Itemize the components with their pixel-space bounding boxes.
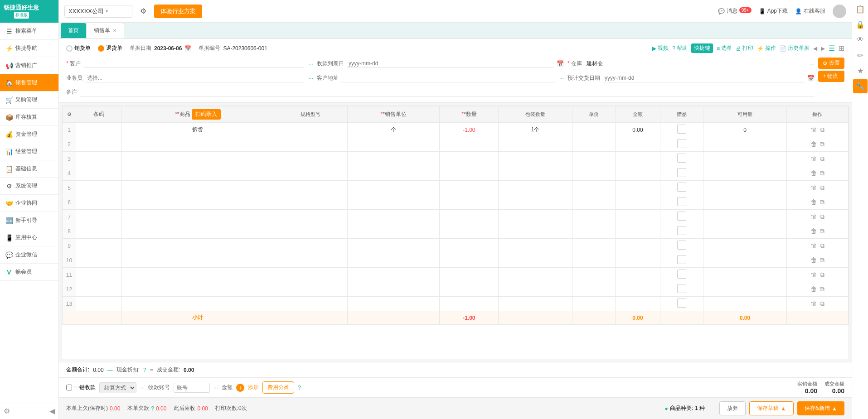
cell-gift[interactable] [660, 253, 703, 268]
cell-amount[interactable] [615, 210, 660, 224]
list-view-icon[interactable]: ☰ [829, 44, 835, 53]
sidebar-item-appcenter[interactable]: 📱 应用中心 [0, 229, 58, 246]
salesperson-dots[interactable]: ··· [309, 75, 313, 82]
delete-row-btn[interactable]: 🗑 [810, 140, 818, 149]
cell-spec[interactable] [274, 137, 347, 152]
calendar-icon[interactable]: 📅 [184, 45, 191, 52]
cell-price[interactable] [572, 239, 615, 253]
cell-unit[interactable] [348, 181, 440, 195]
cell-price[interactable] [572, 210, 615, 224]
cell-price[interactable] [572, 268, 615, 282]
delete-row-btn[interactable]: 🗑 [810, 212, 818, 221]
cell-spec[interactable] [274, 210, 347, 224]
cell-price[interactable] [572, 253, 615, 268]
tab-home[interactable]: 首页 [61, 23, 86, 38]
cell-gift[interactable] [660, 297, 703, 311]
cell-pkgqty[interactable] [499, 137, 572, 152]
cell-qty[interactable] [440, 152, 499, 166]
sidebar-item-sales[interactable]: 🏠 销售管理 [0, 74, 58, 92]
copy-row-btn[interactable]: ⧉ [819, 241, 825, 250]
cell-gift[interactable] [660, 239, 703, 253]
radio-sales[interactable]: 销货单 [66, 44, 91, 52]
cell-barcode[interactable] [76, 181, 122, 195]
sidebar-item-operations[interactable]: 📊 经营管理 [0, 143, 58, 160]
cell-unit[interactable] [348, 195, 440, 210]
cell-product[interactable] [122, 268, 274, 282]
delete-row-btn[interactable]: 🗑 [810, 125, 818, 134]
cell-barcode[interactable] [76, 268, 122, 282]
copy-row-btn[interactable]: ⧉ [819, 255, 825, 265]
cell-product[interactable] [122, 152, 274, 166]
cell-barcode[interactable] [76, 152, 122, 166]
delete-row-btn[interactable]: 🗑 [810, 255, 818, 265]
customer-dots[interactable]: ··· [309, 61, 313, 67]
sidebar-item-wechat[interactable]: 💬 企业微信 [0, 246, 58, 264]
prev-icon[interactable]: ◀ [813, 45, 817, 52]
cell-price[interactable] [572, 181, 615, 195]
cell-gift[interactable] [660, 123, 703, 137]
cell-qty[interactable] [440, 297, 499, 311]
delete-row-btn[interactable]: 🗑 [810, 226, 818, 236]
right-icon-eye[interactable]: 👁 [853, 33, 868, 47]
cell-gift[interactable] [660, 224, 703, 239]
col-settings[interactable]: ⚙ [63, 106, 76, 123]
warehouse-dots[interactable]: ··· [810, 61, 815, 67]
cell-price[interactable] [572, 297, 615, 311]
history-btn[interactable]: 📄 历史单据 [780, 44, 810, 52]
copy-row-btn[interactable]: ⧉ [819, 270, 825, 279]
cell-pkgqty[interactable] [499, 253, 572, 268]
cell-unit[interactable] [348, 253, 440, 268]
messages-button[interactable]: 💬 消息 99+ [718, 7, 752, 15]
cell-spec[interactable] [274, 123, 347, 137]
save-draft-button[interactable]: 保存草稿 ▲ [749, 401, 794, 415]
cell-price[interactable] [572, 282, 615, 297]
cell-product[interactable] [122, 297, 274, 311]
cell-price[interactable] [572, 152, 615, 166]
copy-row-btn[interactable]: ⧉ [819, 212, 825, 222]
cell-pkgqty[interactable] [499, 210, 572, 224]
copy-row-btn[interactable]: ⧉ [819, 154, 825, 164]
cell-spec[interactable] [274, 268, 347, 282]
cell-pkgqty[interactable] [499, 239, 572, 253]
cell-price[interactable] [572, 166, 615, 181]
copy-row-btn[interactable]: ⧉ [819, 299, 825, 308]
cell-product[interactable] [122, 181, 274, 195]
cell-gift[interactable] [660, 137, 703, 152]
cell-product[interactable] [122, 210, 274, 224]
cell-spec[interactable] [274, 181, 347, 195]
sidebar-item-enterprise[interactable]: 🤝 企业协同 [0, 195, 58, 212]
due-date-calendar-icon[interactable]: 📅 [557, 60, 564, 67]
cell-gift[interactable] [660, 195, 703, 210]
trial-button[interactable]: 体验行业方案 [154, 5, 202, 18]
cell-amount[interactable]: 0.00 [615, 123, 660, 137]
right-icon-note[interactable]: 📋 [853, 2, 868, 16]
cell-amount[interactable] [615, 181, 660, 195]
cell-gift[interactable] [660, 210, 703, 224]
cell-pkgqty[interactable] [499, 152, 572, 166]
cell-amount[interactable] [615, 166, 660, 181]
sidebar-item-guide[interactable]: 🆕 新手引导 [0, 212, 58, 229]
avatar[interactable] [833, 5, 846, 18]
cell-amount[interactable] [615, 137, 660, 152]
sidebar-item-system[interactable]: ⚙ 系统管理 [0, 178, 58, 195]
sidebar-item-search[interactable]: ☰ 搜索菜单 [0, 23, 58, 40]
settings-button[interactable]: ⚙ [137, 5, 150, 18]
cell-unit[interactable] [348, 224, 440, 239]
delete-row-btn[interactable]: 🗑 [810, 284, 818, 294]
copy-row-btn[interactable]: ⧉ [819, 197, 825, 207]
copy-row-btn[interactable]: ⧉ [819, 140, 825, 149]
print-btn[interactable]: 🖨 打印 [736, 44, 753, 52]
expected-date-calendar-icon[interactable]: 📅 [807, 75, 815, 82]
delete-row-btn[interactable]: 🗑 [810, 154, 818, 163]
scan-button[interactable]: 扫码录入 [192, 109, 221, 120]
delete-row-btn[interactable]: 🗑 [810, 183, 818, 192]
cell-barcode[interactable] [76, 195, 122, 210]
cell-unit[interactable]: 个 [348, 123, 440, 137]
cell-qty[interactable] [440, 137, 499, 152]
due-date-input[interactable] [347, 59, 554, 68]
cell-barcode[interactable] [76, 282, 122, 297]
copy-row-btn[interactable]: ⧉ [819, 183, 825, 193]
cell-spec[interactable] [274, 253, 347, 268]
delete-row-btn[interactable]: 🗑 [810, 241, 818, 250]
cell-qty[interactable] [440, 239, 499, 253]
